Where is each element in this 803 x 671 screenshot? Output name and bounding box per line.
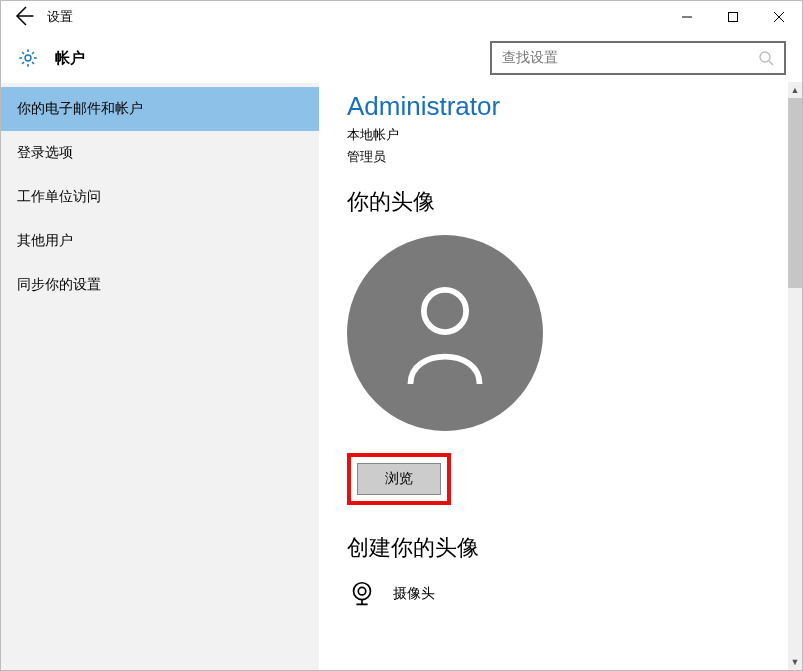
search-icon [758,50,774,66]
gear-icon [17,47,39,69]
titlebar: 设置 [1,1,802,33]
create-avatar-heading: 创建你的头像 [347,533,778,563]
avatar-heading: 你的头像 [347,187,778,217]
account-name: Administrator [347,91,778,122]
svg-point-5 [25,55,31,61]
sidebar-item-label: 你的电子邮件和帐户 [17,100,143,118]
person-icon [397,278,493,388]
svg-point-9 [354,583,371,600]
svg-point-10 [358,588,366,596]
camera-option[interactable]: 摄像头 [393,585,435,603]
sidebar-item-other-users[interactable]: 其他用户 [1,219,319,263]
minimize-button[interactable] [664,1,710,33]
scroll-down-icon[interactable]: ▼ [788,654,802,670]
header: 帐户 查找设置 [1,33,802,83]
window-title: 设置 [47,8,73,26]
scrollbar[interactable]: ▲ ▼ [788,82,802,670]
search-input[interactable]: 查找设置 [490,41,786,75]
account-type: 本地帐户 [347,126,778,144]
browse-button-label: 浏览 [385,470,413,488]
svg-rect-2 [729,13,738,22]
section-title: 帐户 [55,49,85,68]
search-placeholder: 查找设置 [502,49,758,67]
camera-icon [347,579,377,609]
avatar-placeholder [347,235,543,431]
sidebar-item-label: 同步你的设置 [17,276,101,294]
svg-point-8 [424,290,466,332]
sidebar-item-label: 登录选项 [17,144,73,162]
maximize-button[interactable] [710,1,756,33]
sidebar-item-label: 工作单位访问 [17,188,101,206]
sidebar-item-email-accounts[interactable]: 你的电子邮件和帐户 [1,87,319,131]
sidebar-item-signin-options[interactable]: 登录选项 [1,131,319,175]
account-role: 管理员 [347,148,778,166]
content-area: Administrator 本地帐户 管理员 你的头像 浏览 创建你的头像 [319,83,802,670]
svg-point-6 [760,52,770,62]
browse-highlight: 浏览 [347,453,451,505]
sidebar-item-work-access[interactable]: 工作单位访问 [1,175,319,219]
back-button[interactable] [11,4,35,31]
svg-line-7 [769,61,773,65]
scroll-up-icon[interactable]: ▲ [788,82,802,98]
sidebar: 你的电子邮件和帐户 登录选项 工作单位访问 其他用户 同步你的设置 [1,83,319,670]
scrollbar-thumb[interactable] [788,98,802,288]
browse-button[interactable]: 浏览 [357,463,441,495]
sidebar-item-label: 其他用户 [17,232,73,250]
close-button[interactable] [756,1,802,33]
sidebar-item-sync-settings[interactable]: 同步你的设置 [1,263,319,307]
